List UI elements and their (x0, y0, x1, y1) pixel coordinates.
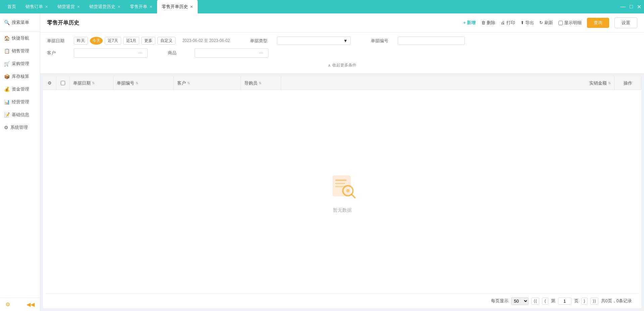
sort-icon[interactable]: ⇅ (608, 81, 611, 85)
goods-select[interactable]: ··· (195, 48, 268, 58)
sort-icon[interactable]: ⇅ (259, 81, 261, 85)
th-amount[interactable]: 实销金额 ⇅ (281, 76, 614, 90)
sidebar-item-inventory[interactable]: 📦 库存核算 (0, 70, 40, 83)
empty-illustration (326, 170, 359, 203)
sidebar-item-basic-info[interactable]: 📝 基础信息 (0, 108, 40, 121)
filter-row-customer: 客户 ··· 商品 ··· (47, 48, 637, 58)
sidebar-item-sales-mgmt[interactable]: 📋 销售管理 (0, 45, 40, 57)
date-btn-today[interactable]: 今天 (90, 37, 103, 45)
sidebar-item-quick-nav[interactable]: 🏠 快捷导航 (0, 32, 40, 45)
th-order-no[interactable]: 单据编号 ⇅ (113, 76, 174, 90)
prev-first-btn[interactable]: ⟨⟨ (531, 298, 539, 305)
filter-area: 单据日期 昨天 今天 近7天 近1月 更多 自定义 2023-06-02 至 2… (40, 33, 644, 74)
th-action: 操作 (614, 76, 641, 90)
prev-btn[interactable]: ⟨ (542, 298, 548, 305)
collapse-sidebar-icon[interactable]: ◀◀ (27, 301, 35, 308)
sort-icon[interactable]: ⇅ (136, 81, 138, 85)
display-cols-toggle[interactable]: 显示明细 (558, 20, 582, 26)
svg-line-5 (351, 194, 355, 198)
th-guide[interactable]: 导购员 ⇅ (241, 76, 281, 90)
close-icon[interactable]: ✕ (117, 5, 120, 9)
maximize-btn[interactable]: □ (630, 4, 633, 10)
date-btn-1month[interactable]: 近1月 (123, 37, 140, 45)
close-icon[interactable]: ✕ (190, 5, 193, 9)
sidebar-item-operation[interactable]: 📊 经营管理 (0, 96, 40, 108)
tab-retail-open-history[interactable]: 零售开单历史 ✕ (157, 0, 198, 13)
query-button[interactable]: 查询 (587, 18, 609, 28)
refresh-button[interactable]: ↻ 刷新 (539, 20, 553, 26)
date-btn-7days[interactable]: 近7天 (105, 37, 121, 45)
home-icon: 🏠 (4, 36, 10, 41)
order-no-label: 单据编号 (371, 38, 391, 44)
next-last-btn[interactable]: ⟩⟩ (590, 298, 598, 305)
main-layout: 🔍 搜索菜单 🏠 快捷导航 📋 销售管理 🛒 采购管理 📦 库存核算 (0, 13, 644, 311)
date-label: 单据日期 (47, 38, 67, 44)
operation-icon: 📊 (4, 99, 10, 105)
delete-button[interactable]: 🗑 删除 (481, 20, 496, 26)
order-type-label: 单据类型 (250, 38, 270, 44)
sales-icon: 📋 (4, 48, 10, 54)
search-icon: 🔍 (4, 20, 10, 25)
customer-select[interactable]: ··· (74, 48, 148, 58)
select-all-checkbox[interactable] (61, 81, 65, 85)
close-btn[interactable]: ✕ (637, 4, 641, 10)
svg-rect-1 (335, 179, 346, 181)
settings-icon[interactable]: ⚙ (5, 301, 10, 308)
date-btn-custom[interactable]: 自定义 (157, 37, 176, 45)
collapse-btn[interactable]: ∧ 收起更多条件 (327, 61, 358, 69)
sidebar-items: 🏠 快捷导航 📋 销售管理 🛒 采购管理 📦 库存核算 💰 资金管理 📊 (0, 32, 40, 298)
sidebar-top: 🔍 搜索菜单 (0, 13, 40, 32)
th-checkbox[interactable] (56, 76, 70, 90)
export-button[interactable]: ⬆ 导出 (521, 20, 534, 26)
tab-sales-order[interactable]: 销售订单 ✕ (21, 0, 53, 13)
chevron-down-icon: ▼ (343, 38, 348, 43)
system-icon: ⚙ (4, 125, 8, 130)
page-input[interactable]: 1 (558, 298, 572, 305)
total-info: 共0页，0条记录 (601, 298, 632, 304)
table-header: ⚙ 单据日期 ⇅ 单据编号 ⇅ 客户 ⇅ 导购员 (43, 76, 641, 90)
table-body: 暂无数据 (43, 90, 641, 293)
page-suffix: 页 (574, 298, 579, 304)
tab-sales-return-history[interactable]: 销货退货历史 ✕ (85, 0, 125, 13)
tab-sales-return[interactable]: 销货退货 ✕ (53, 0, 85, 13)
svg-rect-2 (335, 183, 345, 184)
filter-row-date: 单据日期 昨天 今天 近7天 近1月 更多 自定义 2023-06-02 至 2… (47, 37, 637, 45)
per-page-select[interactable]: 50 10 20 100 (511, 297, 529, 305)
tab-retail-open[interactable]: 零售开单 ✕ (125, 0, 157, 13)
customer-dots-icon[interactable]: ··· (136, 50, 145, 56)
date-btn-yesterday[interactable]: 昨天 (74, 37, 88, 45)
th-date[interactable]: 单据日期 ⇅ (70, 76, 113, 90)
sidebar-search[interactable]: 🔍 搜索菜单 (0, 17, 40, 28)
finance-icon: 💰 (4, 87, 10, 92)
sort-icon[interactable]: ⇅ (187, 81, 190, 85)
page-title: 零售开单历史 (47, 19, 79, 31)
sidebar-bottom: ⚙ ◀◀ (0, 298, 40, 311)
date-btn-more[interactable]: 更多 (141, 37, 155, 45)
window-controls: — □ ✕ (620, 4, 641, 10)
settings-col-icon[interactable]: ⚙ (48, 81, 52, 86)
toolbar: + 新增 🗑 删除 🖨 打印 ⬆ 导出 ↻ 刷新 显示明细 查询 设置 (463, 17, 637, 32)
order-type-select[interactable]: ▼ (277, 37, 351, 45)
order-no-input[interactable] (398, 37, 465, 45)
collapse-up-icon: ∧ (328, 63, 331, 68)
sort-icon[interactable]: ⇅ (92, 81, 95, 85)
sidebar-item-purchase-mgmt[interactable]: 🛒 采购管理 (0, 57, 40, 70)
close-icon[interactable]: ✕ (149, 5, 152, 9)
sidebar-item-system[interactable]: ⚙ 系统管理 (0, 121, 40, 134)
setting-button[interactable]: 设置 (614, 17, 637, 28)
close-icon[interactable]: ✕ (77, 5, 80, 9)
close-icon[interactable]: ✕ (45, 5, 48, 9)
customer-label: 客户 (47, 50, 67, 56)
tab-home[interactable]: 首页 (3, 0, 21, 13)
th-customer[interactable]: 客户 ⇅ (174, 76, 241, 90)
add-button[interactable]: + 新增 (463, 20, 476, 26)
next-btn[interactable]: ⟩ (581, 298, 588, 305)
th-settings[interactable]: ⚙ (43, 76, 56, 90)
print-button[interactable]: 🖨 打印 (501, 20, 515, 26)
goods-dots-icon[interactable]: ··· (257, 50, 265, 56)
display-cols-checkbox[interactable] (558, 21, 563, 25)
date-btn-group: 昨天 今天 近7天 近1月 更多 自定义 (74, 37, 176, 45)
sidebar-item-finance[interactable]: 💰 资金管理 (0, 83, 40, 96)
purchase-icon: 🛒 (4, 61, 10, 66)
minimize-btn[interactable]: — (620, 4, 626, 10)
